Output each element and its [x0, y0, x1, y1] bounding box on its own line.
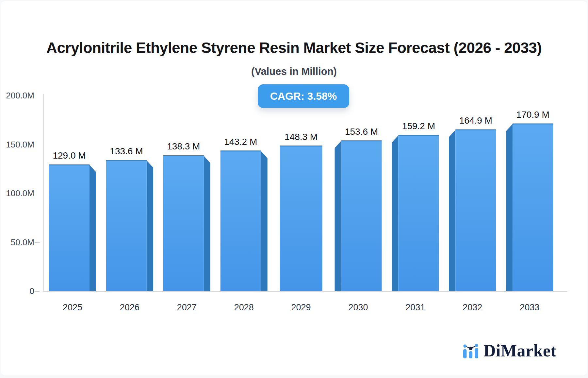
bar-2030[interactable]: [341, 141, 382, 291]
bar-value-label-2031: 159.2 M: [402, 121, 435, 131]
y-axis-label-200.0M: 200.0M: [1, 91, 34, 101]
bar-2025[interactable]: [49, 165, 90, 291]
bar-value-label-2025: 129.0 M: [53, 150, 86, 161]
x-axis-label-2032: 2032: [463, 302, 482, 313]
y-axis-tick: [35, 291, 40, 292]
bar-2029[interactable]: [280, 146, 322, 291]
y-axis-label-50.0M: 50.0M: [1, 237, 34, 247]
chart-card: Acrylonitrile Ethylene Styrene Resin Mar…: [1, 1, 587, 375]
y-axis-tick: [35, 242, 40, 243]
bar-2033[interactable]: [513, 124, 553, 291]
bar-side-2027[interactable]: [204, 156, 210, 291]
y-axis-label-100.0M: 100.0M: [1, 188, 34, 198]
x-axis-label-2030: 2030: [348, 302, 368, 313]
x-axis-label-2033: 2033: [520, 302, 539, 313]
y-axis-label-150.0M: 150.0M: [1, 139, 34, 149]
bar-2031[interactable]: [398, 135, 439, 291]
x-axis-label-2028: 2028: [234, 302, 254, 313]
bar-side-2026[interactable]: [147, 161, 153, 291]
x-axis-label-2025: 2025: [63, 302, 82, 313]
x-axis-label-2026: 2026: [120, 302, 139, 313]
x-axis-label-2027: 2027: [177, 302, 197, 313]
dimarket-logo-text: DiMarket: [483, 343, 556, 359]
bar-value-label-2030: 153.6 M: [345, 127, 378, 137]
x-axis-label-2029: 2029: [291, 302, 311, 313]
bar-side-2028[interactable]: [261, 151, 268, 291]
bar-side-2031[interactable]: [392, 135, 398, 291]
bar-chart-logo-icon: [462, 344, 479, 359]
bar-value-label-2032: 164.9 M: [459, 115, 492, 126]
bar-2027[interactable]: [163, 156, 204, 291]
y-axis-label-0: 0: [1, 286, 34, 296]
bar-value-label-2028: 143.2 M: [224, 137, 257, 147]
bar-value-label-2029: 148.3 M: [285, 132, 318, 142]
bar-side-2033[interactable]: [506, 124, 513, 291]
bars-layer: [1, 1, 588, 378]
dimarket-logo[interactable]: DiMarket: [462, 341, 556, 359]
bar-value-label-2027: 138.3 M: [167, 141, 200, 152]
bar-2026[interactable]: [106, 161, 147, 291]
bar-2028[interactable]: [220, 151, 261, 291]
bar-side-2025[interactable]: [90, 165, 96, 291]
bar-value-label-2026: 133.6 M: [110, 146, 143, 157]
x-axis-label-2031: 2031: [405, 302, 425, 313]
bar-value-label-2033: 170.9 M: [516, 110, 549, 120]
bar-2032[interactable]: [455, 130, 496, 291]
bar-side-2030[interactable]: [335, 141, 341, 291]
bar-side-2032[interactable]: [449, 130, 455, 291]
